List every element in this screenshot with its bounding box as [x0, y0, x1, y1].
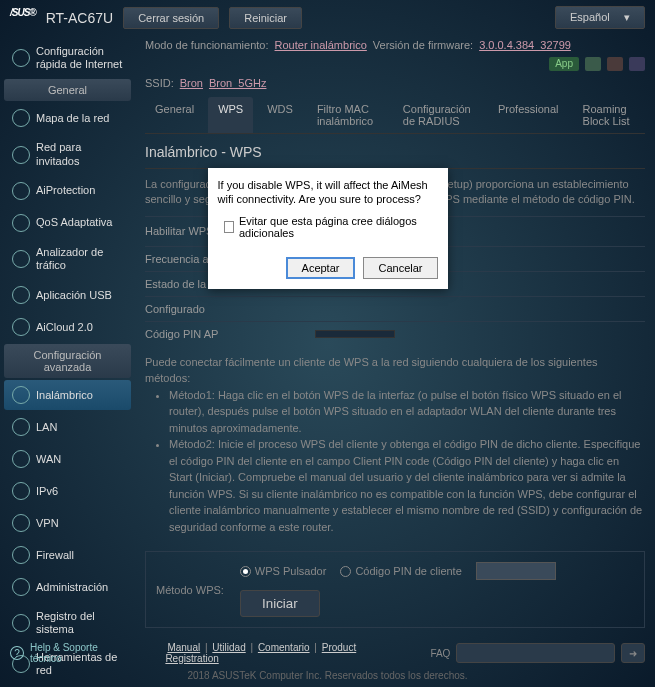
- modal-overlay: If you disable WPS, it will affect the A…: [0, 0, 655, 687]
- dialog-message: If you disable WPS, it will affect the A…: [218, 178, 438, 207]
- cancel-button[interactable]: Cancelar: [363, 257, 437, 279]
- prevent-dialogs-checkbox[interactable]: [224, 221, 234, 233]
- ok-button[interactable]: Aceptar: [286, 257, 356, 279]
- prevent-dialogs-label: Evitar que esta página cree diálogos adi…: [239, 215, 438, 239]
- confirm-dialog: If you disable WPS, it will affect the A…: [208, 168, 448, 289]
